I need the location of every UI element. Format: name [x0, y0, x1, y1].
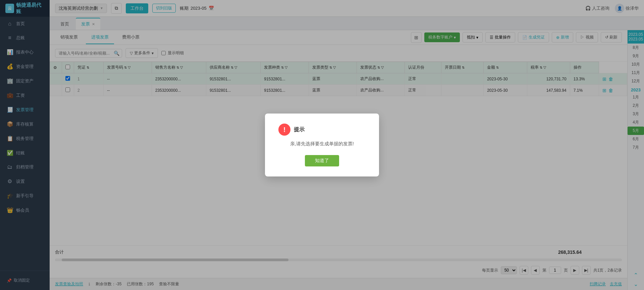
modal-confirm-button[interactable]: 知道了 — [305, 155, 339, 166]
modal-title: 提示 — [294, 126, 305, 133]
modal-message: 亲,请先选择要生成单据的发票! — [278, 141, 366, 147]
modal-overlay: ! 提示 亲,请先选择要生成单据的发票! 知道了 — [0, 0, 644, 290]
modal-box: ! 提示 亲,请先选择要生成单据的发票! 知道了 — [265, 114, 379, 176]
modal-warning-icon: ! — [278, 124, 290, 136]
modal-title-row: ! 提示 — [278, 124, 366, 136]
